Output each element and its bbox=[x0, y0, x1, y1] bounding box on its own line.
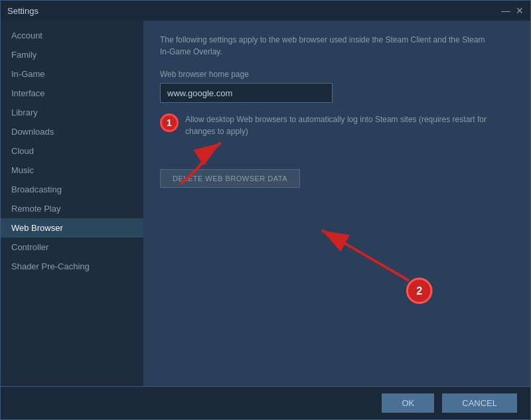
sidebar-item-controller[interactable]: Controller bbox=[1, 238, 143, 257]
checkbox-label: Allow desktop Web browsers to automatica… bbox=[185, 113, 492, 137]
minimize-button[interactable]: — bbox=[501, 6, 510, 15]
main-panel: The following settings apply to the web … bbox=[143, 21, 530, 386]
sidebar-item-remote-play[interactable]: Remote Play bbox=[1, 199, 143, 218]
content-area: Account Family In-Game Interface Library… bbox=[1, 21, 530, 386]
sidebar-item-family[interactable]: Family bbox=[1, 45, 143, 64]
sidebar-item-account[interactable]: Account bbox=[1, 26, 143, 45]
sidebar-item-cloud[interactable]: Cloud bbox=[1, 141, 143, 161]
svg-text:2: 2 bbox=[416, 285, 422, 297]
title-bar-controls: — ✕ bbox=[501, 6, 524, 15]
ok-button[interactable]: OK bbox=[382, 393, 434, 413]
homepage-input[interactable] bbox=[160, 83, 333, 103]
cancel-button[interactable]: CANCEL bbox=[442, 393, 517, 413]
sidebar-item-shader-pre-caching[interactable]: Shader Pre-Caching bbox=[1, 257, 143, 276]
sidebar-item-library[interactable]: Library bbox=[1, 103, 143, 122]
footer: OK CANCEL bbox=[1, 386, 530, 419]
description-text: The following settings apply to the web … bbox=[160, 34, 492, 58]
svg-point-2 bbox=[407, 279, 431, 303]
sidebar-item-broadcasting[interactable]: Broadcasting bbox=[1, 180, 143, 199]
homepage-label: Web browser home page bbox=[160, 70, 514, 79]
sidebar: Account Family In-Game Interface Library… bbox=[1, 21, 143, 386]
settings-window: Settings — ✕ Account Family In-Game Inte… bbox=[0, 0, 531, 420]
sidebar-item-downloads[interactable]: Downloads bbox=[1, 122, 143, 141]
delete-browser-data-button[interactable]: DELETE WEB BROWSER DATA bbox=[160, 169, 300, 188]
close-button[interactable]: ✕ bbox=[516, 6, 524, 15]
window-title: Settings bbox=[7, 6, 38, 16]
sidebar-item-music[interactable]: Music bbox=[1, 161, 143, 180]
sidebar-item-web-browser[interactable]: Web Browser bbox=[1, 218, 143, 238]
sidebar-item-interface[interactable]: Interface bbox=[1, 84, 143, 103]
checkbox-row: 1 Allow desktop Web browsers to automati… bbox=[160, 113, 492, 137]
sidebar-item-in-game[interactable]: In-Game bbox=[1, 64, 143, 84]
title-bar: Settings — ✕ bbox=[1, 1, 530, 21]
badge-1: 1 bbox=[160, 113, 179, 132]
